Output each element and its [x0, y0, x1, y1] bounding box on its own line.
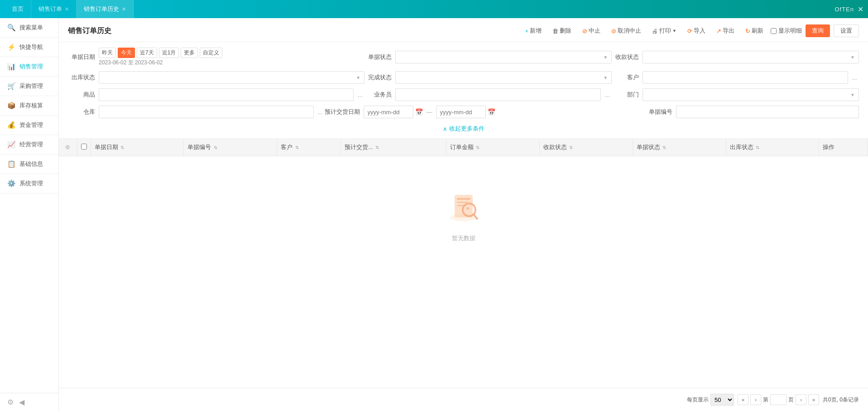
col-billno-sort: ⇅	[214, 145, 217, 150]
date-today[interactable]: 今天	[118, 48, 135, 58]
last-page-btn[interactable]: »	[808, 394, 819, 405]
col-date[interactable]: 单据日期 ⇅	[91, 139, 184, 156]
filter-row-4: 仓库 ... 预计交货日期 📅 — 📅	[68, 106, 859, 118]
filter-receipt-status: 收款状态 ▼	[612, 51, 859, 63]
stop-button[interactable]: ⊘ 中止	[579, 25, 604, 37]
col-billno[interactable]: 单据编号 ⇅	[184, 139, 277, 156]
sidebar-item-base[interactable]: 📋 基础信息	[0, 155, 58, 174]
date-yesterday[interactable]: 昨天	[99, 48, 116, 58]
warehouse-ellipsis[interactable]: ...	[316, 108, 325, 116]
sidebar-item-quicknav[interactable]: ⚡ 快捷导航	[0, 38, 58, 57]
sidebar-item-system[interactable]: ⚙️ 系统管理	[0, 174, 58, 193]
tab-home[interactable]: 首页	[5, 0, 31, 18]
tab-sales-history[interactable]: 销售订单历史 ✕	[77, 0, 134, 18]
sidebar-item-inventory[interactable]: 📦 库存核算	[0, 96, 58, 116]
show-detail-checkbox[interactable]	[771, 28, 777, 34]
sidebar-collapse-icon[interactable]: ◀	[19, 398, 24, 406]
col-bill-status-label: 单据状态	[637, 144, 660, 150]
receipt-status-select[interactable]: ▼	[643, 51, 859, 63]
salesperson-ellipsis[interactable]: ...	[603, 91, 612, 98]
customer-input[interactable]	[643, 71, 848, 84]
col-bill-status[interactable]: 单据状态 ⇅	[633, 139, 726, 156]
complete-status-select[interactable]: ▼	[395, 71, 612, 84]
date-7days[interactable]: 近7天	[137, 48, 157, 58]
export-button[interactable]: ↗ 导出	[713, 25, 738, 37]
col-out-status-label: 出库状态	[730, 144, 753, 150]
col-out-status[interactable]: 出库状态 ⇅	[726, 139, 819, 156]
date-range-text: 2023-06-02 至 2023-06-02	[99, 59, 222, 67]
tab-sales-order-close[interactable]: ✕	[65, 6, 69, 12]
col-expected[interactable]: 预计交货... ⇅	[341, 139, 446, 156]
print-arrow: ▼	[672, 29, 676, 33]
brand-text: OfTEn	[834, 6, 854, 13]
collapse-row[interactable]: ∧ 收起更多条件	[68, 123, 859, 133]
calendar-end-icon[interactable]: 📅	[488, 108, 495, 116]
select-all-checkbox[interactable]	[81, 144, 87, 150]
delete-button[interactable]: 🗑 删除	[549, 25, 575, 37]
sidebar-settings-icon[interactable]: ⚙	[7, 398, 14, 406]
cancel-stop-button[interactable]: ⊘ 取消中止	[608, 25, 645, 37]
refresh-icon: ↻	[745, 28, 750, 34]
print-button[interactable]: 🖨 打印 ▼	[648, 25, 680, 37]
expected-date-label: 预计交货日期	[325, 108, 360, 116]
first-page-btn[interactable]: «	[738, 394, 748, 405]
bill-no-input[interactable]	[676, 106, 859, 118]
bill-status-select[interactable]: ▼	[395, 51, 612, 63]
goods-input[interactable]	[99, 88, 354, 101]
topbar-close-btn[interactable]: ✕	[858, 5, 863, 14]
show-detail-checkbox-wrapper[interactable]: 显示明细	[771, 27, 802, 35]
collapse-text: 收起更多条件	[449, 125, 484, 133]
dept-select[interactable]: ▼	[643, 88, 859, 101]
salesperson-input[interactable]	[395, 88, 601, 101]
import-button[interactable]: ⟳ 导入	[684, 25, 709, 37]
customer-ellipsis[interactable]: ...	[850, 74, 859, 81]
table-gear-header[interactable]: ⚙	[59, 139, 77, 156]
date-more[interactable]: 更多	[181, 48, 198, 58]
sidebar-item-sales[interactable]: 📊 销售管理	[0, 57, 58, 77]
expected-date-start[interactable]	[364, 106, 413, 118]
date-1month[interactable]: 近1月	[159, 48, 179, 58]
refresh-button[interactable]: ↻ 刷新	[742, 25, 767, 37]
svg-point-8	[466, 207, 469, 210]
col-amount-sort: ⇅	[476, 145, 480, 150]
tab-sales-history-label: 销售订单历史	[84, 5, 119, 13]
out-status-label: 出库状态	[68, 73, 95, 82]
receipt-status-arrow: ▼	[850, 55, 855, 60]
next-page-btn[interactable]: ›	[796, 394, 806, 405]
tab-sales-history-close[interactable]: ✕	[122, 6, 126, 12]
sidebar-search-label: 搜索菜单	[19, 24, 43, 32]
settings-button[interactable]: 设置	[834, 24, 859, 37]
out-status-select[interactable]: ▼	[99, 71, 364, 84]
goods-ellipsis[interactable]: ...	[355, 91, 364, 98]
sidebar-item-finance[interactable]: 💰 资金管理	[0, 116, 58, 135]
complete-status-arrow: ▼	[603, 75, 608, 80]
filter-expected-date: 预计交货日期 📅 — 📅	[325, 106, 645, 118]
sidebar-inventory-label: 库存核算	[19, 102, 43, 110]
col-customer[interactable]: 客户 ⇅	[277, 139, 341, 156]
expected-date-end[interactable]	[436, 106, 486, 118]
add-label: 新增	[530, 27, 542, 35]
col-expected-sort: ⇅	[375, 145, 379, 150]
sidebar-item-search[interactable]: 🔍 搜索菜单	[0, 18, 58, 38]
col-amount[interactable]: 订单金额 ⇅	[446, 139, 540, 156]
system-icon: ⚙️	[7, 179, 16, 188]
col-amount-label: 订单金额	[450, 144, 474, 150]
print-label: 打印	[659, 27, 671, 35]
current-page-input[interactable]: 1	[770, 394, 786, 405]
query-button[interactable]: 查询	[806, 24, 830, 37]
table-check-header[interactable]	[77, 139, 91, 156]
calendar-start-icon[interactable]: 📅	[415, 108, 423, 116]
page-size-selector[interactable]: 10 20 50 100	[710, 394, 734, 406]
filter-bill-no: 单据编号	[645, 106, 859, 118]
warehouse-input[interactable]	[99, 106, 314, 118]
svg-point-6	[465, 206, 473, 213]
prev-page-btn[interactable]: ‹	[750, 394, 761, 405]
date-custom[interactable]: 自定义	[200, 48, 222, 58]
col-receipt-status-label: 收款状态	[543, 144, 567, 150]
sidebar-item-operation[interactable]: 📈 经营管理	[0, 135, 58, 155]
tab-sales-order[interactable]: 销售订单 ✕	[31, 0, 77, 18]
col-receipt-status[interactable]: 收款状态 ⇅	[539, 139, 633, 156]
add-button[interactable]: + 新增	[521, 25, 545, 37]
sidebar-item-purchase[interactable]: 🛒 采购管理	[0, 77, 58, 96]
page-word: 第	[763, 396, 768, 404]
